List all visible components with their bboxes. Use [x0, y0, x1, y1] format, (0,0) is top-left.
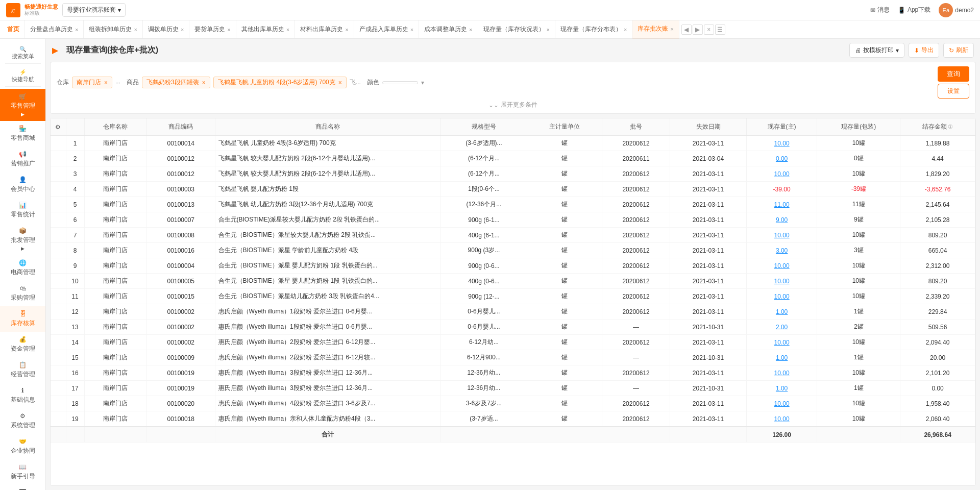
amount-info-icon[interactable]: ①	[948, 124, 953, 130]
tab-2[interactable]: 组装拆卸单历史 ×	[84, 20, 142, 39]
tab-6-close[interactable]: ×	[345, 27, 348, 33]
tab-10-close[interactable]: ×	[624, 27, 627, 33]
cell-stock-main[interactable]: 10.00	[746, 289, 817, 304]
message-icon: ✉	[870, 7, 875, 14]
sidebar-item-operation[interactable]: 📋 经营管理	[0, 357, 46, 383]
refresh-button[interactable]: ↻ 刷新	[943, 43, 974, 58]
cell-expire: 2021-03-11	[670, 396, 747, 411]
cell-no: 15	[66, 350, 84, 365]
cell-stock-main[interactable]: 10.00	[746, 166, 817, 182]
expand-more-button[interactable]: ⌄⌄ 展开更多条件	[488, 101, 537, 109]
sidebar-item-finance[interactable]: 💰 资金管理	[0, 332, 46, 357]
cell-stock-main[interactable]: 10.00	[746, 274, 817, 289]
tab-4-close[interactable]: ×	[227, 27, 230, 33]
tab-6[interactable]: 材料出库单历史 ×	[295, 20, 354, 39]
tab-8[interactable]: 成本调整单历史 ×	[419, 20, 478, 39]
tab-9[interactable]: 现存量（库存状况表） ×	[478, 20, 555, 39]
cell-stock-main[interactable]: 11.00	[746, 197, 817, 212]
message-button[interactable]: ✉ 消息	[870, 6, 890, 14]
product-tag-2[interactable]: 飞鹤星飞帆 儿童奶粉 4段(3-6岁适用) 700克 ×	[213, 77, 347, 88]
page-title: 现存量查询(按仓库+批次)	[66, 45, 158, 56]
cell-settings	[51, 350, 66, 365]
cell-stock-main[interactable]: 10.00	[746, 258, 817, 274]
color-chevron-icon[interactable]: ▾	[421, 79, 424, 86]
template-print-button[interactable]: 🖨 按模板打印 ▾	[849, 43, 904, 58]
user-menu[interactable]: Ea demo2	[939, 3, 974, 17]
cell-code: 00100014	[147, 136, 215, 151]
sidebar-item-guide[interactable]: 📖 新手引导	[0, 459, 46, 485]
tab-11-close[interactable]: ×	[670, 26, 673, 32]
tab-2-close[interactable]: ×	[134, 27, 137, 33]
cell-stock-main[interactable]: 0.00	[746, 151, 817, 166]
tab-3[interactable]: 调拨单历史 ×	[143, 20, 189, 39]
cell-stock-main[interactable]: 10.00	[746, 228, 817, 243]
sidebar-search[interactable]: 🔍 搜索菜单	[5, 43, 41, 64]
tab-menu-button[interactable]: ☰	[715, 24, 725, 35]
tab-3-close[interactable]: ×	[181, 27, 184, 33]
warehouse-more-icon[interactable]: ···	[115, 79, 120, 86]
sidebar-item-purchase[interactable]: 🛍 采购管理	[0, 281, 46, 306]
sidebar-item-inventory[interactable]: 🗄 库存核算	[0, 306, 46, 332]
cell-settings	[51, 212, 66, 228]
tab-8-close[interactable]: ×	[469, 27, 472, 33]
sidebar-item-stats[interactable]: 📊 零售统计	[0, 198, 46, 223]
sidebar-item-appstore[interactable]: 🔲 应用中心	[0, 485, 46, 490]
sidebar-item-basic[interactable]: ℹ 基础信息	[0, 383, 46, 408]
cell-stock-main[interactable]: 1.00	[746, 381, 817, 396]
cell-stock-main[interactable]: 3.00	[746, 243, 817, 258]
cell-stock-main[interactable]: 10.00	[746, 365, 817, 381]
expand-panel-button[interactable]: ▶	[52, 45, 58, 55]
tab-5[interactable]: 其他出库单历史 ×	[236, 20, 295, 39]
sidebar-item-retail[interactable]: 🛒 零售管理 ▶	[0, 89, 46, 121]
cell-spec: (6-12个月...	[440, 151, 527, 166]
sidebar-item-system[interactable]: ⚙ 系统管理	[0, 408, 46, 434]
cell-stock-main[interactable]: 10.00	[746, 136, 817, 151]
sidebar-item-collab[interactable]: 🤝 企业协同	[0, 434, 46, 459]
tab-9-close[interactable]: ×	[547, 27, 550, 33]
tab-4[interactable]: 要货单历史 ×	[189, 20, 236, 39]
query-button[interactable]: 查询	[938, 66, 969, 82]
col-settings[interactable]: ⚙	[51, 118, 66, 136]
sidebar-item-marketing[interactable]: 📢 营销推广	[0, 146, 46, 172]
cell-stock-main[interactable]: 1.00	[746, 350, 817, 365]
tab-next-button[interactable]: ▶	[693, 24, 703, 35]
product-tag-2-remove[interactable]: ×	[338, 79, 342, 86]
sidebar-item-mall[interactable]: 🏪 零售商城	[0, 121, 46, 146]
export-button[interactable]: ⬇ 导出	[909, 43, 939, 58]
tab-7-close[interactable]: ×	[410, 27, 413, 33]
org-selector[interactable]: 母婴行业演示账套 ▾	[62, 3, 126, 17]
cell-stock-main[interactable]: 10.00	[746, 396, 817, 411]
sidebar-quick-nav[interactable]: ⚡ 快捷导航	[5, 66, 41, 87]
tab-home[interactable]: 首页	[2, 20, 25, 39]
tab-prev-button[interactable]: ◀	[681, 24, 692, 35]
cell-stock-main[interactable]: 9.00	[746, 212, 817, 228]
tab-7[interactable]: 产成品入库单历史 ×	[354, 20, 419, 39]
settings-button[interactable]: 设置	[938, 84, 969, 99]
warehouse-tag[interactable]: 南岸门店 ×	[72, 77, 112, 88]
sidebar-item-ecommerce[interactable]: 🌐 电商管理	[0, 255, 46, 281]
app-subtitle: 标准版	[24, 10, 58, 16]
app-download-button[interactable]: 📱 App下载	[898, 6, 930, 14]
cell-stock-main[interactable]: 2.00	[746, 320, 817, 335]
ecommerce-icon: 🌐	[19, 259, 27, 266]
product-tag-1-remove[interactable]: ×	[202, 79, 206, 86]
tab-5-close[interactable]: ×	[286, 27, 289, 33]
cell-stock-pack: 10罐	[817, 335, 900, 350]
tab-close-all-button[interactable]: ×	[704, 24, 714, 35]
product-more-icon[interactable]: 飞...	[350, 78, 361, 87]
warehouse-tag-remove[interactable]: ×	[104, 79, 108, 86]
table-scroll[interactable]: ⚙ 仓库名称 商品编码 商品名称 规格型号 主计量单位 批号 失效日期 现存量(…	[51, 118, 975, 485]
cell-stock-main[interactable]: 1.00	[746, 304, 817, 320]
tab-1-close[interactable]: ×	[75, 27, 78, 33]
sidebar-item-member[interactable]: 👤 会员中心	[0, 172, 46, 198]
tab-10[interactable]: 现存量（库存分布表） ×	[555, 20, 632, 39]
tab-1[interactable]: 分量盘点单历史 ×	[25, 20, 84, 39]
table-row: 18南岸门店00100020惠氏启颜（Wyeth illuma）4段奶粉 爱尔兰…	[51, 396, 975, 411]
tab-11[interactable]: 库存批次账 ×	[632, 20, 679, 39]
table-row: 5南岸门店00100013飞鹤星飞帆 幼儿配方奶粉 3段(12-36个月幼儿适用…	[51, 197, 975, 212]
cell-stock-main[interactable]: 10.00	[746, 335, 817, 350]
cell-stock-main[interactable]: 10.00	[746, 411, 817, 427]
sidebar-item-wholesale[interactable]: 📦 批发管理 ▶	[0, 223, 46, 255]
cell-stock-main[interactable]: -39.00	[746, 182, 817, 197]
product-tag-1[interactable]: 飞鹤奶粉3段四罐装 ×	[142, 77, 210, 88]
